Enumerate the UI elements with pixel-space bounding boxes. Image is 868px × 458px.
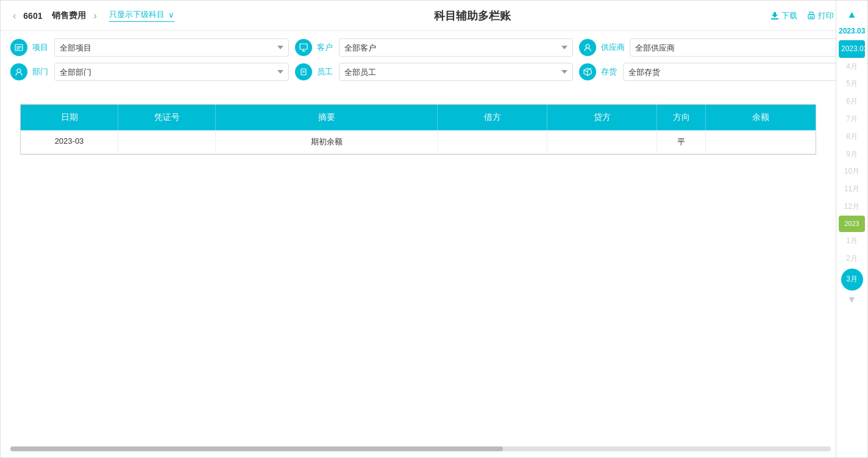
customer-label: 客户 [317,42,334,53]
side-item-sep[interactable]: 9月 [836,146,867,163]
employee-label: 员工 [317,66,334,77]
side-item-apr[interactable]: 4月 [836,58,867,76]
cell-voucher [118,130,216,153]
side-item-dec[interactable]: 12月 [836,198,867,216]
col-credit: 贷方 [547,105,657,130]
svg-point-10 [586,44,589,48]
print-icon [807,12,816,20]
side-item-jul[interactable]: 7月 [836,110,867,128]
filter-supplier: 供应商 全部供应商 [579,38,858,57]
page-title: 科目辅助多栏账 [174,9,770,23]
side-item-nov[interactable]: 11月 [836,180,867,198]
filter-project: 项目 全部项目 [10,38,289,57]
svg-rect-3 [809,16,813,17]
table-container: 日期 凭证号 摘要 借方 贷方 方向 余额 2023-03 期初余额 平 [10,104,826,155]
col-debit: 借方 [438,105,547,130]
filter-inventory: 存货 全部存货 [579,63,858,81]
employee-select[interactable]: 全部员工 [339,63,574,81]
svg-rect-14 [302,72,305,72]
cell-date: 2023-03 [21,130,118,153]
svg-rect-2 [809,12,813,15]
col-direction: 方向 [657,105,706,130]
cell-debit [438,130,547,153]
col-voucher: 凭证号 [118,105,216,130]
inventory-icon [579,63,596,80]
side-item-feb[interactable]: 2月 [836,250,867,267]
svg-rect-9 [300,44,307,49]
account-code: 6601 [23,11,42,21]
side-item-2023-03-header[interactable]: 2023.03 [836,23,867,40]
filter-panel: 项目 全部项目 客户 全部客户 供应商 全部供应商 [1,31,867,88]
table-row: 2023-03 期初余额 平 [21,130,816,154]
customer-select[interactable]: 全部客户 [339,38,574,57]
download-icon [770,12,779,20]
print-button[interactable]: 打印 [807,10,834,21]
side-item-aug[interactable]: 8月 [836,128,867,146]
department-icon [10,63,27,80]
svg-rect-4 [809,18,813,18]
side-item-jan[interactable]: 1月 [836,232,867,250]
side-panel: ▲ 2023.03 2023.03 4月 5月 6月 7月 8月 9月 10月 … [836,1,867,457]
download-button[interactable]: 下载 [770,10,797,21]
col-date: 日期 [21,105,118,130]
department-select[interactable]: 全部部门 [54,63,289,81]
account-name: 销售费用 [52,10,86,21]
filter-employee: 员工 全部员工 [295,63,574,81]
data-table: 日期 凭证号 摘要 借方 贷方 方向 余额 2023-03 期初余额 平 [20,104,816,155]
show-sub-arrow-icon: ∨ [168,10,174,19]
side-item-2023-03[interactable]: 2023.03 [839,40,865,58]
cell-credit [547,130,657,153]
project-select[interactable]: 全部项目 [54,38,289,57]
nav-next-button[interactable]: › [91,10,99,21]
employee-icon [295,63,312,80]
table-header: 日期 凭证号 摘要 借方 贷方 方向 余额 [21,105,816,130]
side-item-may[interactable]: 5月 [836,75,867,93]
side-scroll-up[interactable]: ▲ [845,7,859,23]
cell-summary: 期初余额 [216,130,438,153]
project-icon [10,39,27,56]
horizontal-scrollbar[interactable] [10,446,831,451]
project-label: 项目 [32,42,49,53]
svg-rect-7 [16,48,21,48]
inventory-select[interactable]: 全部存货 [623,63,858,81]
customer-icon [295,39,312,56]
filter-department: 部门 全部部门 [10,63,289,81]
svg-rect-0 [771,18,778,19]
inventory-label: 存货 [601,66,618,77]
cell-direction: 平 [657,130,706,153]
content-area: 日期 凭证号 摘要 借方 贷方 方向 余额 2023-03 期初余额 平 [1,104,836,439]
show-sub-button[interactable]: 只显示下级科目 ∨ [109,9,174,22]
table-body: 2023-03 期初余额 平 [21,130,816,154]
col-balance: 余额 [706,105,816,130]
nav-prev-button[interactable]: ‹ [10,10,18,21]
supplier-label: 供应商 [601,42,625,53]
svg-rect-13 [302,71,305,71]
supplier-select[interactable]: 全部供应商 [630,38,858,57]
show-sub-label: 只显示下级科目 [109,9,165,20]
scrollbar-thumb[interactable] [10,446,503,451]
supplier-icon [579,39,596,56]
side-item-oct[interactable]: 10月 [836,163,867,180]
side-item-mar[interactable]: 3月 [841,269,863,291]
svg-rect-8 [16,49,20,49]
svg-rect-6 [16,46,21,47]
side-item-2023-year[interactable]: 2023 [839,216,865,232]
side-scroll-down[interactable]: ▼ [845,292,859,308]
svg-point-11 [17,69,21,72]
department-label: 部门 [32,66,49,77]
col-summary: 摘要 [216,105,438,130]
side-item-jun[interactable]: 6月 [836,93,867,110]
filter-customer: 客户 全部客户 [295,38,574,57]
cell-balance [706,130,816,153]
